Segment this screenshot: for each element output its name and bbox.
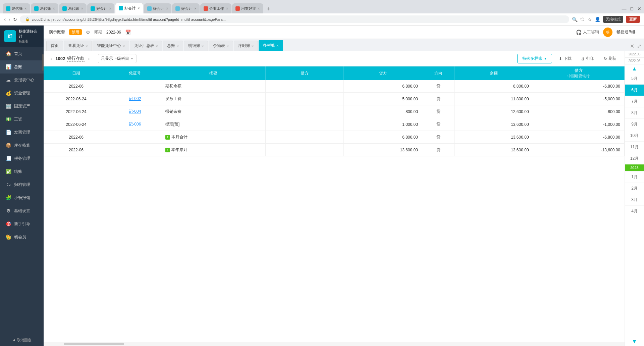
tab-close-smart[interactable]: × [122, 44, 124, 48]
month-item-11[interactable]: 11月 [625, 142, 644, 153]
url-box[interactable]: 🔒 cloud2.chanjet.com/accounting/uh26t264… [20, 15, 569, 23]
unpin-button[interactable]: ◄ 取消固定 [0, 334, 44, 346]
tab-close-multi[interactable]: × [276, 44, 278, 48]
sidebar-item-member[interactable]: 👑 畅会员 [0, 231, 44, 244]
tab-close-summary[interactable]: × [156, 44, 158, 48]
nav-tab-smart-voucher[interactable]: 智能凭证中心 × [93, 41, 129, 51]
month-item-2023-3[interactable]: 3月 [625, 194, 644, 206]
download-button[interactable]: ⬇ 下载 [556, 54, 574, 63]
sidebar-item-expense[interactable]: 🧩 小畅报销 [0, 191, 44, 204]
tab-close-7[interactable]: × [194, 7, 196, 10]
search-icon[interactable]: 🔍 [572, 17, 578, 22]
tab-close-balance[interactable]: × [226, 44, 228, 48]
sidebar-item-funds[interactable]: 💰 资金管理 [0, 87, 44, 100]
settings-icon: ⚙ [5, 208, 11, 213]
tab-close-6[interactable]: × [166, 7, 168, 10]
sidebar-item-tax[interactable]: 🧾 税务管理 [0, 152, 44, 165]
tab-close-3[interactable]: × [81, 7, 83, 10]
scrollbar-thumb[interactable] [64, 343, 124, 345]
tab-close-1[interactable]: × [25, 7, 27, 10]
tab-haokuaiji-1[interactable]: 好会计 × [87, 3, 115, 13]
month-item-2023-2[interactable]: 2月 [625, 183, 644, 194]
consult-button[interactable]: 🎧 人工咨询 [576, 29, 599, 35]
user-avatar[interactable]: 畅 [603, 28, 612, 37]
nav-tab-general-ledger[interactable]: 总账 × [163, 41, 183, 51]
tab-close-2[interactable]: × [53, 7, 55, 10]
month-item-12[interactable]: 12月 [625, 153, 644, 164]
nav-tab-voucher-view[interactable]: 查看凭证 × [64, 41, 92, 51]
tab-close-9[interactable]: × [258, 7, 260, 10]
month-item-8[interactable]: 8月 [625, 107, 644, 119]
sidebar-item-ledger[interactable]: 📊 总账 [0, 60, 44, 73]
tab-close-general[interactable]: × [176, 44, 178, 48]
month-item-9[interactable]: 9月 [625, 119, 644, 130]
tab-close-5[interactable]: × [138, 6, 140, 10]
cell-voucher[interactable]: 记-006 [109, 118, 161, 131]
month-item-5[interactable]: 5月 [625, 73, 644, 85]
back-button[interactable]: ‹ [4, 16, 6, 22]
settings-gear-icon[interactable]: ⚙ [86, 30, 90, 35]
sidebar-item-invoice[interactable]: 📄 发票管理 [0, 126, 44, 139]
tab-close-voucher[interactable]: × [86, 44, 88, 48]
stealth-mode-btn[interactable]: 无痕模式 [603, 16, 623, 23]
next-account-button[interactable]: › [87, 56, 91, 62]
nav-tab-detail-ledger[interactable]: 明细账 × [184, 41, 208, 51]
multi-col-button[interactable]: 特殊多栏账 ▼ [517, 54, 552, 63]
prev-account-button[interactable]: ‹ [49, 56, 53, 62]
print-button[interactable]: 🖨 打印 [578, 54, 597, 63]
sub-filter-dropdown[interactable]: 只显示下级科目 ▼ [98, 54, 137, 63]
tab-close-4[interactable]: × [109, 7, 111, 10]
scroll-up-icon[interactable]: ▲ [631, 64, 639, 73]
sidebar-item-cloud-report[interactable]: ☁ 云报表中心 [0, 73, 44, 87]
sidebar-item-inventory[interactable]: 📦 库存核算 [0, 139, 44, 152]
maximize-button[interactable]: □ [631, 6, 633, 11]
refresh-button[interactable]: ↻ 刷新 [601, 54, 619, 63]
bookmark-icon[interactable]: ☆ [588, 17, 592, 22]
shield-icon[interactable]: 🛡 [580, 17, 585, 22]
tab-haokuaiji-3[interactable]: 好会计 × [144, 3, 171, 13]
sidebar-item-guide[interactable]: 🎯 新手引导 [0, 217, 44, 231]
panel-expand-icon[interactable]: ⤢ [637, 43, 641, 49]
tab-haokuaiji-2-active[interactable]: 好会计 × [115, 3, 143, 13]
new-tab-button[interactable]: + [264, 6, 273, 13]
forward-button[interactable]: › [8, 16, 10, 22]
nav-tab-chronological[interactable]: 序时账 × [234, 41, 258, 51]
tab-icon-6 [147, 6, 152, 11]
tab-yidaizhang-3[interactable]: 易代账 × [59, 3, 87, 13]
month-item-6-current[interactable]: 6月 [625, 85, 644, 96]
tab-yidaizhang-1[interactable]: 易代账 × [3, 3, 30, 13]
month-item-10[interactable]: 10月 [625, 130, 644, 142]
cell-voucher[interactable]: 记-004 [109, 105, 161, 118]
nav-tab-multi-column[interactable]: 多栏账 × [259, 40, 283, 51]
nav-tab-home[interactable]: 首页 [46, 41, 63, 51]
horizontal-scrollbar[interactable] [44, 342, 625, 346]
tab-yidaizhang-2[interactable]: 易代账 × [31, 3, 58, 13]
sidebar-logo: 好 畅捷通好会计 畅捷通 [0, 26, 44, 47]
tab-close-chrono[interactable]: × [252, 44, 254, 48]
tab-yonyou[interactable]: 用友好业 × [232, 3, 263, 13]
month-item-2023-4[interactable]: 4月 [625, 206, 644, 217]
tab-haokuaiji-4[interactable]: 好会计 × [172, 3, 200, 13]
refresh-button[interactable]: ↻ [13, 17, 17, 22]
sidebar-item-archive[interactable]: 🗂 归档管理 [0, 178, 44, 191]
tab-close-detail[interactable]: × [202, 44, 204, 48]
calendar-icon[interactable]: 📅 [125, 30, 131, 35]
nav-tab-balance[interactable]: 余额表 × [209, 41, 233, 51]
tab-close-8[interactable]: × [226, 7, 228, 10]
sidebar-item-home[interactable]: 🏠 首页 [0, 47, 44, 60]
nav-tab-voucher-summary[interactable]: 凭证汇总表 × [130, 41, 162, 51]
cell-voucher[interactable]: 记-002 [109, 93, 161, 105]
minimize-button[interactable]: — [622, 6, 627, 11]
panel-collapse-icon[interactable]: ✕ [630, 43, 634, 49]
sidebar-item-settings[interactable]: ⚙ 基础设置 [0, 204, 44, 217]
sidebar-item-fixed-assets[interactable]: 🏢 固定资产 [0, 100, 44, 113]
update-btn[interactable]: 更新 [626, 16, 640, 23]
close-button[interactable]: ✕ [637, 6, 641, 11]
sidebar-item-salary[interactable]: 💵 工资 [0, 113, 44, 126]
month-item-2023-1[interactable]: 1月 [625, 171, 644, 183]
sidebar-item-close-accounts[interactable]: ✅ 结账 [0, 165, 44, 178]
month-item-7[interactable]: 7月 [625, 96, 644, 107]
profile-icon[interactable]: 👤 [595, 17, 600, 22]
scroll-down-icon[interactable]: ▼ [631, 337, 639, 346]
tab-enterprise[interactable]: 企业工作 × [200, 3, 231, 13]
